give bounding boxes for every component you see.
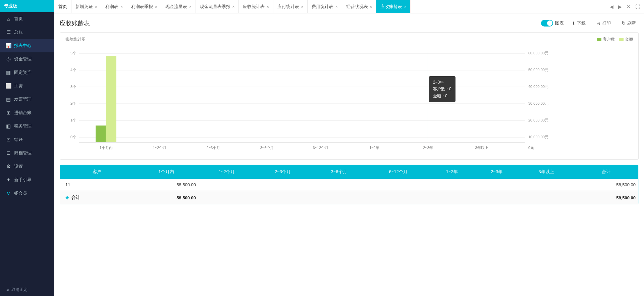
col-m12: 1~2个月 (199, 165, 255, 179)
svg-text:1个: 1个 (70, 118, 76, 122)
tab-payable-stat-close[interactable]: × (301, 5, 303, 9)
tab-profit-quarter[interactable]: 利润表季报 × (127, 0, 161, 13)
svg-text:50,000.00元: 50,000.00元 (528, 68, 548, 72)
tab-home[interactable]: 首页 (54, 0, 71, 13)
svg-text:5个: 5个 (70, 51, 76, 55)
cell-m36 (311, 179, 367, 191)
footer-m12 (199, 191, 255, 204)
tab-expense-stat-close[interactable]: × (335, 5, 337, 9)
sidebar-item-tax[interactable]: ◧ 税务管理 (0, 119, 54, 133)
cell-y12 (430, 179, 474, 191)
tab-next-button[interactable]: ▶ (617, 3, 623, 10)
legend-customers-label: 客户数 (603, 37, 615, 42)
invoice-icon: ▤ (5, 96, 11, 102)
sidebar-item-reports[interactable]: 📊 报表中心 (0, 39, 54, 52)
sidebar-item-home[interactable]: ⌂ 首页 (0, 12, 54, 26)
legend-amount-label: 金额 (625, 37, 633, 42)
close-book-icon: ⊡ (5, 137, 11, 143)
sidebar-item-guide[interactable]: ✦ 新手引导 (0, 173, 54, 187)
assets-icon: ▦ (5, 69, 11, 76)
svg-text:2个: 2个 (70, 101, 76, 105)
sidebar-item-invoice[interactable]: ▤ 发票管理 (0, 93, 54, 106)
sidebar-item-vip[interactable]: V 畅会员 (0, 187, 54, 200)
sidebar-item-label: 发票管理 (14, 96, 32, 102)
tab-biz-status-close[interactable]: × (370, 5, 372, 9)
footer-m23 (255, 191, 311, 204)
svg-text:4个: 4个 (70, 68, 76, 72)
svg-text:3个: 3个 (70, 85, 76, 89)
tab-cashflow-label: 现金流量表 (165, 4, 187, 10)
tab-payable-stat[interactable]: 应付统计表 × (273, 0, 308, 13)
svg-text:0元: 0元 (528, 146, 534, 150)
tab-cashflow[interactable]: 现金流量表 × (161, 0, 196, 13)
col-m1: 1个月内 (134, 165, 199, 179)
sidebar-item-stock[interactable]: ⊞ 进销台账 (0, 106, 54, 119)
guide-icon: ✦ (5, 177, 11, 183)
sidebar-item-assets[interactable]: ▦ 固定资产 (0, 66, 54, 79)
sidebar-item-payroll[interactable]: ⬜ 工资 (0, 79, 54, 93)
sidebar-item-settings[interactable]: ⚙ 设置 (0, 160, 54, 173)
page-title: 应收账龄表 (60, 19, 90, 27)
legend-customers-box (597, 38, 601, 41)
tab-expense-stat[interactable]: 费用统计表 × (308, 0, 342, 13)
tab-prev-button[interactable]: ◀ (608, 3, 615, 10)
chart-toggle-wrap[interactable]: 图表 (541, 20, 564, 27)
footer-y12 (430, 191, 474, 204)
tab-close-all-button[interactable]: ✕ (625, 3, 632, 10)
tab-cashflow-quarter[interactable]: 现金流量表季报 × (196, 0, 239, 13)
table-row: 11 58,500.00 58,500.00 (60, 179, 638, 191)
tab-profit-quarter-label: 利润表季报 (131, 4, 153, 10)
footer-m1: 58,500.00 (134, 191, 199, 204)
tab-receivable-stat[interactable]: 应收统计表 × (239, 0, 273, 13)
aging-table: 客户 1个月内 1~2个月 2~3个月 3~6个月 6~12个月 1~2年 2~… (60, 165, 638, 204)
sidebar-item-label: 总账 (14, 29, 23, 35)
tab-cashflow-close[interactable]: × (189, 5, 191, 9)
cell-m12 (199, 179, 255, 191)
tab-ar-aging-close[interactable]: × (404, 5, 406, 9)
tab-ar-aging[interactable]: 应收账龄表 × (376, 0, 411, 13)
tab-profit-quarter-close[interactable]: × (155, 5, 157, 9)
col-m612: 6~12个月 (367, 165, 429, 179)
payroll-icon: ⬜ (5, 83, 11, 89)
download-button[interactable]: ⬇ 下载 (569, 19, 588, 28)
sidebar-item-close[interactable]: ⊡ 结账 (0, 133, 54, 146)
content-area: 应收账龄表 图表 ⬇ 下载 🖨 打印 ↻ 刷新 (54, 13, 644, 296)
cell-m23 (255, 179, 311, 191)
refresh-button[interactable]: ↻ 刷新 (619, 19, 639, 28)
refresh-label: 刷新 (627, 20, 636, 26)
svg-text:40,000.00元: 40,000.00元 (528, 85, 548, 89)
tab-voucher[interactable]: 新增凭证 × (71, 0, 101, 13)
footer-y3plus (519, 191, 574, 204)
svg-text:1~2年: 1~2年 (369, 146, 379, 150)
footer-m612 (367, 191, 429, 204)
tab-profit[interactable]: 利润表 × (101, 0, 127, 13)
chart-container: 账龄统计图 客户数 金额 5个 4个 3个 2个 1个 0个 (60, 32, 639, 160)
col-y12: 1~2年 (430, 165, 474, 179)
pin-label: 取消固定 (11, 287, 28, 293)
svg-text:60,000.00元: 60,000.00元 (528, 51, 548, 55)
sidebar-item-funds[interactable]: ◎ 资金管理 (0, 52, 54, 66)
svg-text:1个月内: 1个月内 (99, 146, 112, 150)
chart-toggle[interactable] (541, 20, 553, 27)
tab-receivable-stat-close[interactable]: × (267, 5, 269, 9)
tab-controls: ◀ ▶ ✕ ⛶ (606, 3, 644, 10)
tab-profit-close[interactable]: × (120, 5, 122, 9)
page-actions: 图表 ⬇ 下载 🖨 打印 ↻ 刷新 (541, 19, 639, 28)
tab-bar: 首页 新增凭证 × 利润表 × 利润表季报 × 现金流量表 × 现金流量表季报 … (54, 0, 644, 13)
tab-home-label: 首页 (58, 4, 67, 10)
sidebar-item-label: 设置 (14, 163, 23, 169)
tab-voucher-close[interactable]: × (95, 5, 97, 9)
sidebar-item-label: 首页 (14, 16, 23, 22)
tab-biz-status[interactable]: 经营状况表 × (342, 0, 376, 13)
cell-m1: 58,500.00 (134, 179, 199, 191)
tab-maximize-button[interactable]: ⛶ (634, 3, 641, 10)
footer-total: 58,500.00 (574, 191, 638, 204)
print-button[interactable]: 🖨 打印 (594, 19, 613, 28)
cell-y23 (474, 179, 519, 191)
svg-text:20,000.00元: 20,000.00元 (528, 118, 548, 122)
cell-y3plus (519, 179, 574, 191)
tab-cashflow-quarter-close[interactable]: × (232, 5, 234, 9)
pin-toggle[interactable]: ◄ 取消固定 (0, 284, 54, 296)
sidebar-item-archive[interactable]: ⊟ 归档管理 (0, 146, 54, 160)
sidebar-item-ledger[interactable]: ☰ 总账 (0, 26, 54, 39)
